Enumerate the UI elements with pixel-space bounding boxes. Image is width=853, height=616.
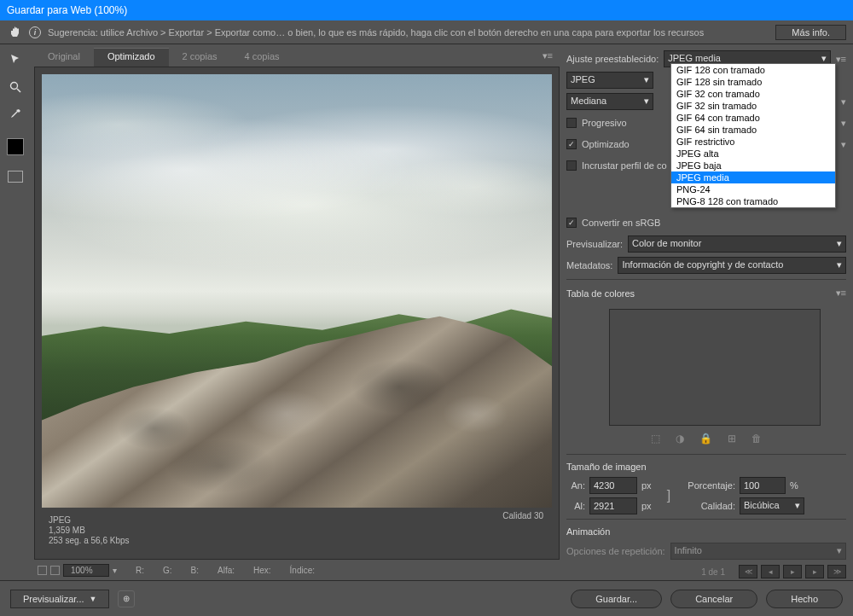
window-title: Guardar para Web (100%) [7,4,127,16]
svg-line-1 [17,89,20,92]
more-info-button[interactable]: Más info. [775,25,846,40]
height-label: Al: [566,501,585,511]
tab-optimized[interactable]: Optimizado [94,48,169,67]
blur-chevron-icon[interactable]: ▾ [841,118,846,129]
readout-r: R: [136,566,144,575]
width-input[interactable] [589,477,637,494]
ct-lock-icon[interactable]: 🔒 [699,433,712,445]
hand-tool-icon[interactable] [7,25,22,40]
eyedropper-tool-icon[interactable] [7,106,24,123]
height-input[interactable] [589,497,637,514]
anim-first-icon: ≪ [739,565,757,578]
preview-label: Previsualizar: [566,239,623,249]
percent-label: Porcentaje: [679,480,735,491]
readout-indice: Índice: [290,566,315,575]
link-dimensions-icon[interactable]: ] [663,488,675,503]
embed-profile-label: Incrustar perfil de co [582,160,667,171]
pointer-tool-icon[interactable] [7,51,24,68]
resample-select[interactable]: Bicúbica▾ [740,497,804,514]
preset-dropdown[interactable]: GIF 128 con tramado GIF 128 sin tramado … [670,63,836,208]
preset-option[interactable]: GIF 32 con tramado [671,88,835,100]
optimized-checkbox[interactable] [566,139,577,149]
metadata-select[interactable]: Información de copyright y de contacto▾ [618,257,846,274]
slice-tool-icon[interactable] [8,171,23,183]
zoom-tool-icon[interactable] [7,78,24,96]
px-unit-2: px [641,501,659,511]
preset-option[interactable]: JPEG alta [671,148,835,160]
ct-tool-2-icon[interactable]: ◑ [676,433,684,445]
color-swatch[interactable] [7,138,24,155]
preset-menu-icon[interactable]: ▾≡ [836,54,846,65]
zoom-box-2-icon[interactable] [50,566,60,575]
readout-alfa: Alfa: [218,566,235,575]
readout-g: G: [163,566,172,575]
tab-original[interactable]: Original [34,48,94,67]
svg-point-0 [11,83,18,90]
browser-icon[interactable]: ⊕ [118,590,135,607]
repeat-select: Infinito▾ [670,543,846,560]
preset-option-selected[interactable]: JPEG media [671,171,835,183]
anim-last-icon: ≫ [827,565,846,578]
animation-nav: 1 de 1 ≪ ◂ ▸ ▸ ≫ [566,563,846,580]
ct-add-icon[interactable]: ⊞ [728,433,736,445]
image-size-title: Tamaño de imagen [566,459,846,474]
preset-option[interactable]: PNG-24 [671,183,835,195]
view-tabs: Original Optimizado 2 copias 4 copias ▾≡ [34,48,560,67]
readout-b: B: [191,566,199,575]
format-select[interactable]: JPEG▾ [566,72,653,89]
matte-chevron-icon[interactable]: ▾ [841,139,846,150]
progressive-label: Progresivo [582,118,627,128]
title-bar: Guardar para Web (100%) [0,0,853,20]
ct-tool-1-icon[interactable]: ⬚ [651,433,660,445]
info-time: 253 seg. a 56,6 Kbps [49,536,545,545]
tab-4up[interactable]: 4 copias [231,48,293,67]
tabs-menu-icon[interactable]: ▾≡ [536,48,560,67]
tab-2up[interactable]: 2 copias [169,48,231,67]
canvas-info: JPEG 1,359 MB 253 seg. a 56,6 Kbps Calid… [42,508,552,552]
metadata-label: Metadatos: [566,260,612,270]
srgb-label: Convertir en sRGB [582,218,660,228]
preset-label: Ajuste preestablecido: [566,54,659,64]
preset-option[interactable]: GIF 64 con tramado [671,112,835,124]
color-table-title: Tabla de colores [566,286,635,301]
percent-unit: % [790,480,809,491]
done-button[interactable]: Hecho [766,590,843,608]
info-format: JPEG [49,515,545,525]
preview-select[interactable]: Color de monitor▾ [628,235,846,253]
info-size: 1,359 MB [49,526,545,535]
color-table-tools: ⬚ ◑ 🔒 ⊞ 🗑 [566,430,846,450]
zoom-value[interactable]: 100% [63,564,109,577]
preset-option[interactable]: PNG-8 128 con tramado [671,195,835,207]
color-table-menu-icon[interactable]: ▾≡ [836,288,846,299]
zoom-box-1-icon[interactable] [38,566,47,575]
save-button[interactable]: Guardar... [571,590,662,608]
readout-hex: Hex: [253,566,271,575]
progressive-checkbox[interactable] [566,118,577,128]
zoom-chevron-icon[interactable]: ▾ [113,566,117,575]
ct-trash-icon[interactable]: 🗑 [751,433,762,445]
color-table [609,309,821,426]
preset-option[interactable]: JPEG baja [671,160,835,171]
dialog-footer: Previsualizar...▼ ⊕ Guardar... Cancelar … [0,580,853,616]
quality-chevron-icon[interactable]: ▾ [841,96,846,108]
cancel-button[interactable]: Cancelar [670,590,757,608]
quality-label: Calidad: [679,501,735,511]
preset-option[interactable]: GIF 128 con tramado [671,64,835,76]
info-icon: i [29,26,41,38]
preset-option[interactable]: GIF 64 sin tramado [671,124,835,136]
preset-option[interactable]: GIF 32 sin tramado [671,100,835,112]
px-unit: px [641,480,659,491]
embed-profile-checkbox[interactable] [566,160,577,171]
srgb-checkbox[interactable] [566,218,577,228]
settings-panel: Ajuste preestablecido: JPEG media▾ ▾≡ GI… [565,44,853,580]
anim-play-icon: ▸ [783,565,802,578]
animation-title: Animación [566,524,846,539]
preview-button[interactable]: Previsualizar...▼ [10,590,109,608]
percent-input[interactable] [740,477,786,494]
quality-level-select[interactable]: Mediana▾ [566,93,653,110]
hint-text: Sugerencia: utilice Archivo > Exportar >… [48,27,769,38]
preset-option[interactable]: GIF restrictivo [671,136,835,148]
preview-canvas[interactable] [42,74,552,508]
repeat-label: Opciones de repetición: [566,546,665,556]
preset-option[interactable]: GIF 128 sin tramado [671,76,835,88]
